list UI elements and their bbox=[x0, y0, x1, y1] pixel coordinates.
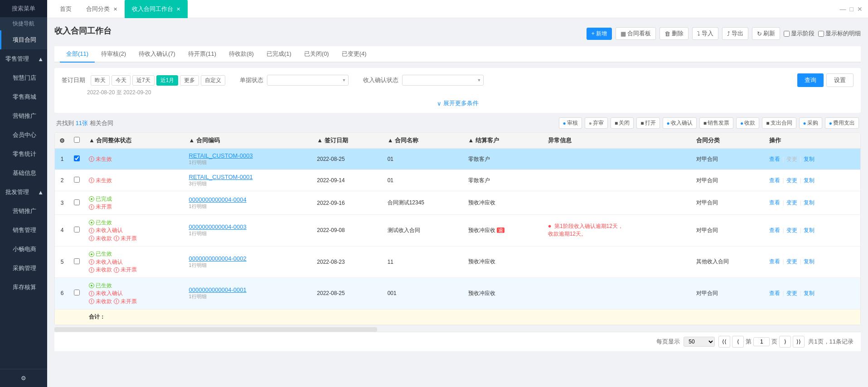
add-button[interactable]: + 新增 bbox=[587, 28, 612, 40]
op-copy[interactable]: 复制 bbox=[804, 258, 815, 265]
op-view[interactable]: 查看 bbox=[769, 156, 780, 162]
show-stage-checkbox[interactable]: 显示阶段 bbox=[784, 29, 815, 38]
settings-button[interactable]: 设置 bbox=[826, 73, 853, 87]
sidebar-item-retail-manage[interactable]: 零售管理 ▲ bbox=[0, 49, 47, 68]
page-input[interactable] bbox=[753, 337, 770, 346]
tab-pending-payment[interactable]: 待收款(8) bbox=[223, 46, 260, 63]
collect-payment-action-btn[interactable]: ● 收款 bbox=[736, 117, 759, 129]
contract-link[interactable]: 0000000000004-0001 bbox=[189, 286, 308, 293]
op-copy[interactable]: 复制 bbox=[804, 199, 815, 206]
page-size-select[interactable]: 50 10 20 100 bbox=[684, 337, 715, 347]
date-btn-yesterday[interactable]: 昨天 bbox=[91, 75, 110, 86]
tab-changed[interactable]: 已变更(4) bbox=[335, 46, 373, 63]
sidebar-item-marketing[interactable]: 营销推广 bbox=[0, 106, 47, 126]
row-checkbox[interactable] bbox=[69, 191, 84, 215]
col-name[interactable]: ▲ 合同名称 bbox=[383, 133, 464, 149]
sidebar-item-purchase[interactable]: 采购管理 bbox=[0, 259, 47, 278]
tab-closed[interactable]: 已关闭(0) bbox=[298, 46, 335, 63]
date-btn-today[interactable]: 今天 bbox=[112, 75, 131, 86]
sidebar-item-basic-info[interactable]: 基础信息 bbox=[0, 164, 47, 183]
date-btn-7days[interactable]: 近7天 bbox=[132, 75, 155, 86]
show-flag-detail-checkbox[interactable]: 显示标的明细 bbox=[818, 29, 861, 38]
sidebar-item-xiaochangec[interactable]: 小畅电商 bbox=[0, 240, 47, 259]
row-checkbox[interactable] bbox=[69, 246, 84, 278]
sidebar-item-member[interactable]: 会员中心 bbox=[0, 126, 47, 145]
import-button[interactable]: ⤵ 导入 bbox=[692, 27, 718, 40]
sidebar-item-retail-stats[interactable]: 零售统计 bbox=[0, 145, 47, 164]
tab-done[interactable]: 已完成(1) bbox=[260, 46, 298, 63]
tab-income-contract-close[interactable]: ✕ bbox=[176, 6, 180, 12]
expand-more-btn[interactable]: ∨ 展开更多条件 bbox=[62, 99, 853, 107]
prev-page-btn[interactable]: ⟨ bbox=[732, 336, 744, 348]
sidebar-item-sales-manage[interactable]: 销售管理 bbox=[0, 221, 47, 240]
maximize-icon[interactable]: □ bbox=[850, 5, 853, 13]
minimize-icon[interactable]: — bbox=[840, 5, 846, 13]
date-btn-custom[interactable]: 自定义 bbox=[201, 75, 225, 86]
horizontal-scrollbar[interactable] bbox=[54, 327, 377, 332]
export-button[interactable]: ⤴ 导出 bbox=[722, 27, 748, 40]
date-btn-1month[interactable]: 近1月 bbox=[156, 75, 179, 86]
col-customer[interactable]: ▲ 结算客户 bbox=[464, 133, 543, 149]
sidebar-settings[interactable]: ⚙ bbox=[0, 369, 47, 387]
col-sign-date[interactable]: ▲ 签订日期 bbox=[312, 133, 383, 149]
payout-contract-action-btn[interactable]: ■ 支出合同 bbox=[762, 117, 796, 129]
sidebar-item-smart-store[interactable]: 智慧门店 bbox=[0, 68, 47, 87]
op-copy[interactable]: 复制 bbox=[804, 177, 815, 184]
sidebar-item-inventory[interactable]: 库存核算 bbox=[0, 278, 47, 297]
contract-link[interactable]: RETAIL_CUSTOM-0001 bbox=[189, 174, 308, 180]
op-change[interactable]: 变更 bbox=[786, 199, 797, 206]
tab-all[interactable]: 全部(11) bbox=[60, 46, 95, 63]
op-view[interactable]: 查看 bbox=[769, 258, 780, 265]
sidebar-item-wholesale[interactable]: 批发管理 ▲ bbox=[0, 183, 47, 202]
op-change[interactable]: 变更 bbox=[786, 258, 797, 265]
col-code[interactable]: ▲ 合同编码 bbox=[184, 133, 313, 149]
tab-home[interactable]: 首页 bbox=[53, 0, 79, 18]
tab-contract-type[interactable]: 合同分类 ✕ bbox=[79, 0, 125, 18]
op-change[interactable]: 变更 bbox=[786, 290, 797, 296]
date-btn-more[interactable]: 更多 bbox=[180, 75, 199, 86]
op-view[interactable]: 查看 bbox=[769, 177, 780, 184]
sidebar-search[interactable]: 搜索菜单 bbox=[0, 0, 47, 17]
sidebar-item-retail-mall[interactable]: 零售商城 bbox=[0, 87, 47, 106]
op-copy[interactable]: 复制 bbox=[804, 156, 815, 162]
sidebar-item-project[interactable]: 项目合同 bbox=[0, 30, 47, 49]
purchase-action-btn[interactable]: ● 采购 bbox=[799, 117, 822, 129]
op-view[interactable]: 查看 bbox=[769, 290, 780, 296]
delete-button[interactable]: 🗑 删除 bbox=[659, 27, 689, 40]
tab-pending-income-confirm[interactable]: 待收入确认(7) bbox=[132, 46, 182, 63]
tab-income-contract[interactable]: 收入合同工作台 ✕ bbox=[125, 0, 188, 18]
contract-link[interactable]: 0000000000004-0004 bbox=[189, 196, 308, 203]
col-checkbox[interactable] bbox=[69, 133, 84, 149]
sales-invoice-action-btn[interactable]: ■ 销售发票 bbox=[699, 117, 733, 129]
contract-link[interactable]: RETAIL_CUSTOM-0003 bbox=[189, 152, 308, 159]
sidebar-item-marketing2[interactable]: 营销推广 bbox=[0, 202, 47, 221]
review-action-btn[interactable]: ● 审核 bbox=[559, 117, 582, 129]
row-checkbox[interactable] bbox=[69, 278, 84, 310]
sidebar-nav[interactable]: 快捷导航 bbox=[0, 17, 47, 30]
contract-link[interactable]: 0000000000004-0002 bbox=[189, 255, 308, 262]
tab-pending-review[interactable]: 待审核(2) bbox=[95, 46, 132, 63]
op-copy[interactable]: 复制 bbox=[804, 227, 815, 233]
last-page-btn[interactable]: ⟩⟩ bbox=[793, 336, 805, 348]
row-checkbox[interactable] bbox=[69, 149, 84, 170]
income-confirm-action-btn[interactable]: ● 收入确认 bbox=[663, 117, 697, 129]
tab-pending-invoice[interactable]: 待开票(11) bbox=[182, 46, 223, 63]
tab-contract-type-close[interactable]: ✕ bbox=[113, 6, 117, 12]
query-button[interactable]: 查询 bbox=[797, 73, 824, 87]
op-change[interactable]: 变更 bbox=[786, 156, 797, 162]
row-checkbox[interactable] bbox=[69, 215, 84, 247]
next-page-btn[interactable]: ⟩ bbox=[779, 336, 791, 348]
refresh-button[interactable]: ↻ 刷新 bbox=[752, 27, 780, 40]
contract-link[interactable]: 0000000000004-0003 bbox=[189, 223, 308, 230]
expense-payout-action-btn[interactable]: ● 费用支出 bbox=[825, 117, 859, 129]
contract-board-button[interactable]: ▦ 合同看板 bbox=[616, 27, 656, 40]
op-copy[interactable]: 复制 bbox=[804, 290, 815, 296]
col-status[interactable]: ▲ 合同整体状态 bbox=[84, 133, 184, 149]
op-change[interactable]: 变更 bbox=[786, 227, 797, 233]
op-view[interactable]: 查看 bbox=[769, 199, 780, 206]
op-change[interactable]: 变更 bbox=[786, 177, 797, 184]
close-action-btn[interactable]: ■ 关闭 bbox=[611, 117, 634, 129]
open-action-btn[interactable]: ■ 打开 bbox=[636, 117, 659, 129]
op-view[interactable]: 查看 bbox=[769, 227, 780, 233]
row-checkbox[interactable] bbox=[69, 170, 84, 191]
